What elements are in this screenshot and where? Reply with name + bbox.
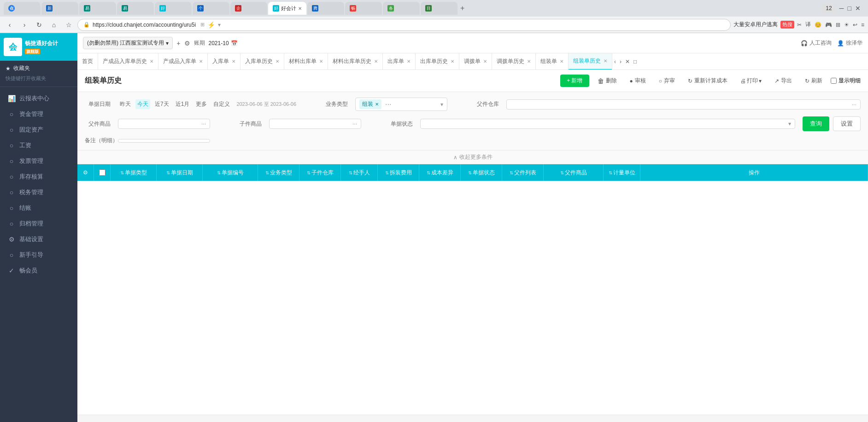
tab-prod-in-hist-close[interactable]: ✕ — [150, 59, 153, 64]
tab-nav-left[interactable]: ‹ — [612, 58, 618, 65]
browser-tab-9[interactable]: 腾 — [307, 2, 344, 15]
tab-dispatch-close[interactable]: ✕ — [483, 59, 487, 64]
tab-in-order[interactable]: 入库单 ✕ — [208, 53, 240, 70]
th-child-warehouse[interactable]: ⇅ 子件仓库 — [299, 164, 341, 181]
filter-setting-button[interactable]: 设置 — [833, 116, 861, 131]
tab-mat-out-close[interactable]: ✕ — [319, 59, 323, 64]
column-settings-icon[interactable]: ⚙ — [83, 169, 88, 176]
review-button[interactable]: ● 审核 — [625, 75, 651, 87]
sidebar-item-close[interactable]: ○ 结账 — [0, 200, 77, 216]
show-detail-checkbox[interactable] — [831, 78, 837, 84]
tab-dispatch-hist[interactable]: 调拨单历史 ✕ — [492, 53, 536, 70]
address-bar[interactable]: 🔒 https://cloud.chanjet.com/accounting/u… — [77, 19, 731, 31]
browser-tab-5[interactable]: 好 — [155, 2, 192, 15]
sidebar-item-inventory[interactable]: ○ 库存核算 — [0, 169, 77, 185]
tab-in-hist[interactable]: 入库单历史 ✕ — [240, 53, 284, 70]
browser-tab-10[interactable]: 畅 — [345, 2, 382, 15]
sidebar-item-archive[interactable]: ○ 归档管理 — [0, 216, 77, 231]
th-disassemble-fee[interactable]: ⇅ 拆装费用 — [378, 164, 419, 181]
tab-kit-close[interactable]: ✕ — [560, 59, 563, 64]
tab-prod-in[interactable]: 产成品入库单 ✕ — [158, 53, 208, 70]
th-order-status[interactable]: ⇅ 单据状态 — [461, 164, 502, 181]
tab-in-order-close[interactable]: ✕ — [232, 59, 235, 64]
select-all-checkbox[interactable] — [99, 169, 106, 176]
refresh-button[interactable]: ↻ 刷新 — [800, 75, 827, 87]
sidebar-item-tax[interactable]: ○ 税务管理 — [0, 185, 77, 200]
th-settings[interactable]: ⚙ — [77, 164, 94, 181]
collection-sub[interactable]: 快捷键打开收藏夹 — [6, 74, 72, 83]
remark-input[interactable] — [118, 139, 210, 143]
browser-tab-4[interactable]: 易 — [117, 2, 154, 15]
print-button[interactable]: 🖨 打印 ▾ — [736, 75, 766, 87]
parent-goods-input[interactable]: ··· — [118, 119, 210, 129]
browser-tab-2[interactable]: 新 — [41, 2, 78, 15]
forward-button[interactable]: › — [18, 19, 30, 31]
browser-tab-7[interactable]: 企 — [230, 2, 267, 15]
collapse-bar[interactable]: ∧ 收起更多条件 — [77, 150, 868, 164]
sidebar-item-guide[interactable]: ○ 新手引导 — [0, 247, 77, 263]
parent-goods-more[interactable]: ··· — [201, 121, 206, 127]
tab-prod-in-hist[interactable]: 产成品入库单历史 ✕ — [98, 53, 158, 70]
window-maximize[interactable]: □ — [848, 5, 851, 12]
order-status-select[interactable]: ▾ — [420, 119, 795, 129]
tab-kit-hist-close[interactable]: ✕ — [604, 58, 607, 64]
th-handler[interactable]: ⇅ 经手人 — [341, 164, 378, 181]
date-more[interactable]: 更多 — [194, 99, 209, 109]
add-company-button[interactable]: + — [176, 40, 180, 47]
biz-type-tag-close[interactable]: ✕ — [375, 102, 379, 107]
company-settings-button[interactable]: ⚙ — [184, 40, 190, 47]
tab-mat-out[interactable]: 材料出库单 ✕ — [284, 53, 328, 70]
th-type[interactable]: ⇅ 单据类型 — [111, 164, 157, 181]
order-status-dropdown[interactable]: ▾ — [788, 121, 791, 127]
company-selector[interactable]: (勿删勿禁用) 江西服宝测试专用 ▾ — [83, 37, 173, 49]
scrollbar-area[interactable] — [77, 415, 868, 422]
window-close[interactable]: ✕ — [855, 5, 861, 12]
date-7days[interactable]: 近7天 — [153, 99, 171, 109]
new-tab-button[interactable]: + — [458, 4, 466, 12]
tab-more[interactable]: □ — [632, 58, 639, 65]
tab-mat-out-hist-close[interactable]: ✕ — [374, 59, 378, 64]
browser-tab-6[interactable]: 个 — [193, 2, 229, 15]
tab-prod-in-close[interactable]: ✕ — [199, 59, 203, 64]
sidebar-item-member[interactable]: ✓ 畅会员 — [0, 263, 77, 278]
browser-tab-11[interactable]: 各 — [383, 2, 420, 15]
tab-in-hist-close[interactable]: ✕ — [276, 59, 279, 64]
child-goods-more[interactable]: ··· — [352, 121, 357, 127]
date-1month[interactable]: 近1月 — [174, 99, 192, 109]
sidebar-item-settings[interactable]: ⚙ 基础设置 — [0, 231, 77, 247]
tab-out-hist-close[interactable]: ✕ — [451, 59, 454, 64]
biz-type-more[interactable]: ··· — [385, 100, 391, 109]
recalc-button[interactable]: ↻ 重新计算成本 — [683, 75, 732, 87]
browser-tab-12[interactable]: 目 — [421, 2, 457, 15]
date-yesterday[interactable]: 昨天 — [118, 99, 133, 109]
sidebar-item-payroll[interactable]: ○ 工资 — [0, 138, 77, 153]
abandon-button[interactable]: ○ 弃审 — [654, 75, 680, 87]
date-custom[interactable]: 自定义 — [211, 99, 232, 109]
window-minimize[interactable]: ─ — [839, 5, 844, 12]
tab-out-order[interactable]: 出库单 ✕ — [383, 53, 416, 70]
user-avatar[interactable]: 👤 徐泽华 — [837, 39, 862, 47]
date-today[interactable]: 今天 — [135, 99, 150, 109]
child-goods-input[interactable]: ··· — [269, 119, 361, 129]
th-parent-list[interactable]: ⇅ 父件列表 — [502, 164, 544, 181]
tab-nav-right[interactable]: › — [618, 58, 623, 65]
tab-kit-hist[interactable]: 组装单历史 ✕ — [569, 53, 612, 70]
th-unit[interactable]: ⇅ 计量单位 — [604, 164, 640, 181]
tab-home[interactable]: 首页 — [77, 53, 98, 70]
th-date[interactable]: ⇅ 单据日期 — [157, 164, 203, 181]
back-button[interactable]: ‹ — [4, 19, 16, 31]
browser-tab-1[interactable]: 在 — [4, 2, 41, 15]
export-button[interactable]: ↗ 导出 — [770, 75, 797, 87]
delete-button[interactable]: 🗑 删除 — [593, 75, 622, 87]
th-biz-type[interactable]: ⇅ 业务类型 — [258, 164, 299, 181]
sidebar-item-fund[interactable]: ○ 资金管理 — [0, 106, 77, 122]
th-checkbox[interactable] — [94, 164, 111, 181]
print-dropdown-icon[interactable]: ▾ — [759, 78, 762, 84]
tab-out-order-close[interactable]: ✕ — [407, 59, 411, 64]
reload-button[interactable]: ↻ — [33, 19, 45, 31]
sidebar-item-invoice[interactable]: ○ 发票管理 — [0, 153, 77, 169]
parent-warehouse-input[interactable]: ··· — [506, 99, 861, 110]
biz-type-dropdown[interactable]: ▾ — [440, 101, 443, 108]
sidebar-item-cloud-report[interactable]: 📊 云报表中心 — [0, 91, 77, 106]
add-button[interactable]: + 新增 — [560, 75, 589, 87]
